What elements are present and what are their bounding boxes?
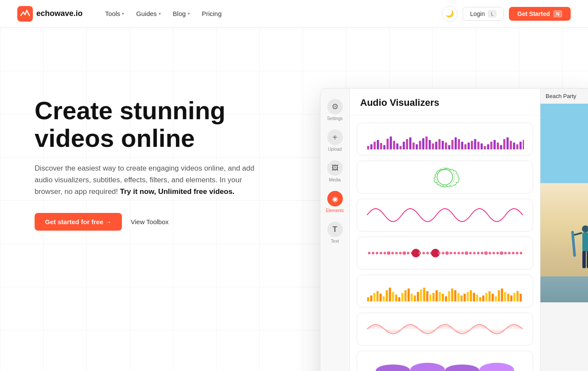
svg-rect-13 xyxy=(406,139,408,149)
svg-rect-11 xyxy=(399,146,402,149)
svg-point-54 xyxy=(372,252,374,254)
svg-point-86 xyxy=(496,252,499,254)
svg-rect-18 xyxy=(422,138,425,149)
svg-rect-28 xyxy=(455,137,457,149)
bar-visualizer-svg: (function(){ var heights = [8,12,18,22,1… xyxy=(366,129,524,149)
sidebar-item-upload[interactable]: + Upload xyxy=(322,126,348,155)
panel-title: Audio Visualizers xyxy=(360,97,530,108)
svg-rect-151 xyxy=(582,251,586,268)
svg-point-62 xyxy=(403,251,406,255)
svg-point-53 xyxy=(368,252,371,254)
svg-rect-49 xyxy=(523,140,524,149)
sidebar-item-settings[interactable]: ⚙ Settings xyxy=(322,95,348,124)
visualizer-circle-green[interactable] xyxy=(357,161,533,193)
svg-rect-23 xyxy=(438,139,441,149)
svg-rect-115 xyxy=(435,290,438,301)
svg-rect-104 xyxy=(401,293,403,301)
svg-rect-46 xyxy=(513,143,515,149)
svg-point-85 xyxy=(492,252,495,254)
visualizer-bar-pink[interactable]: (function(){ var heights = [8,12,18,22,1… xyxy=(357,123,533,155)
svg-point-79 xyxy=(469,252,472,254)
svg-rect-131 xyxy=(486,293,488,301)
visualizer-bumps-purple[interactable] xyxy=(357,351,533,371)
nav-blog[interactable]: Blog ▾ xyxy=(168,7,195,20)
svg-rect-30 xyxy=(461,142,463,149)
upload-icon: + xyxy=(327,130,343,145)
svg-rect-4 xyxy=(377,140,379,149)
visualizer-sine-pink[interactable] xyxy=(357,199,533,231)
svg-point-88 xyxy=(504,252,507,254)
svg-rect-93 xyxy=(367,297,369,301)
svg-rect-26 xyxy=(448,145,451,149)
circle-visualizer-svg xyxy=(366,167,524,187)
svg-point-61 xyxy=(399,252,402,254)
svg-point-144 xyxy=(410,363,445,371)
svg-rect-6 xyxy=(383,145,386,149)
nav-pricing[interactable]: Pricing xyxy=(197,7,227,20)
svg-rect-127 xyxy=(473,293,475,301)
sidebar-item-media[interactable]: 🖼 Media xyxy=(322,157,348,186)
svg-rect-31 xyxy=(464,144,467,149)
svg-rect-94 xyxy=(370,295,372,301)
view-toolbox-button[interactable]: View Toolbox xyxy=(131,218,169,225)
svg-rect-42 xyxy=(500,145,502,149)
svg-rect-20 xyxy=(429,140,431,149)
svg-rect-123 xyxy=(460,295,463,301)
svg-rect-29 xyxy=(458,139,460,149)
svg-rect-136 xyxy=(501,289,503,301)
svg-rect-44 xyxy=(507,137,509,149)
svg-point-56 xyxy=(380,252,382,254)
svg-rect-37 xyxy=(484,146,486,149)
svg-rect-141 xyxy=(517,291,519,301)
svg-rect-35 xyxy=(477,142,479,149)
get-started-free-button[interactable]: Get started for free → xyxy=(35,213,122,231)
nav-links: Tools ▾ Guides ▾ Blog ▾ Pricing xyxy=(100,7,442,20)
svg-rect-108 xyxy=(414,295,416,301)
login-button[interactable]: Login L xyxy=(463,7,503,21)
svg-point-74 xyxy=(450,252,452,254)
visualizer-dots[interactable]: (function(){ var g = document.getElement… xyxy=(357,237,533,270)
nav-tools[interactable]: Tools ▾ xyxy=(100,7,129,20)
beach-label: Beach Party xyxy=(540,89,588,104)
svg-rect-132 xyxy=(489,291,491,301)
svg-rect-137 xyxy=(504,292,506,301)
svg-rect-138 xyxy=(507,294,509,301)
visualizer-bar-orange[interactable]: (function(){ var heights = [10,14,20,24,… xyxy=(357,275,533,308)
svg-rect-40 xyxy=(494,140,496,149)
svg-rect-96 xyxy=(377,291,379,301)
svg-rect-34 xyxy=(474,139,476,149)
panel-header: Audio Visualizers xyxy=(350,89,540,116)
svg-point-72 xyxy=(442,252,444,254)
svg-rect-1 xyxy=(367,146,369,149)
sidebar-item-text[interactable]: T Text xyxy=(322,218,348,247)
visualizer-ribbon-pink[interactable] xyxy=(357,313,533,346)
svg-rect-126 xyxy=(470,290,472,301)
page-content: Create stunning videos online Discover t… xyxy=(0,28,588,371)
svg-point-58 xyxy=(387,251,390,255)
dots-visualizer-svg: (function(){ var g = document.getElement… xyxy=(366,243,524,263)
svg-point-92 xyxy=(520,252,522,254)
svg-rect-22 xyxy=(435,142,438,149)
svg-rect-121 xyxy=(454,290,457,301)
svg-point-87 xyxy=(500,251,503,255)
svg-rect-117 xyxy=(442,294,444,301)
svg-point-66 xyxy=(419,252,421,254)
svg-rect-17 xyxy=(419,141,421,149)
logo[interactable]: echowave.io xyxy=(17,6,83,22)
svg-rect-43 xyxy=(503,139,505,149)
svg-rect-105 xyxy=(404,290,406,301)
svg-rect-95 xyxy=(373,293,375,301)
get-started-button[interactable]: Get Started N xyxy=(509,7,571,21)
svg-rect-133 xyxy=(492,294,494,301)
svg-rect-27 xyxy=(451,140,454,149)
svg-rect-24 xyxy=(442,141,444,149)
svg-rect-98 xyxy=(383,296,385,301)
ribbon-visualizer-svg xyxy=(366,319,524,339)
sidebar-item-elements[interactable]: ◉ Elements xyxy=(322,187,348,216)
svg-rect-116 xyxy=(439,292,441,301)
dark-mode-toggle[interactable]: 🌙 xyxy=(442,6,457,22)
svg-point-89 xyxy=(508,252,511,254)
svg-rect-3 xyxy=(374,142,376,149)
nav-guides[interactable]: Guides ▾ xyxy=(131,7,166,20)
svg-rect-140 xyxy=(513,293,515,301)
